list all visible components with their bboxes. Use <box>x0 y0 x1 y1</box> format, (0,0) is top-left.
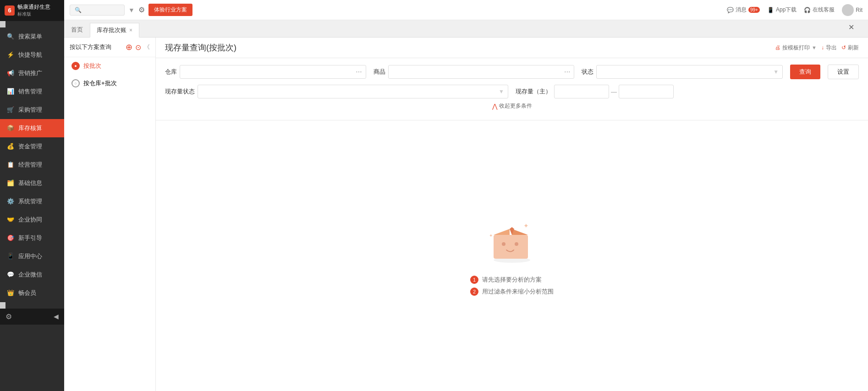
sidebar-item-search[interactable]: 🔍 搜索菜单 <box>0 27 64 46</box>
query-button[interactable]: 查询 <box>790 65 820 79</box>
plan-icon-warehouse-batch: ○ <box>71 79 80 87</box>
sidebar-item-collab[interactable]: 🤝 企业协同 <box>0 211 64 229</box>
refresh-button[interactable]: ↺ 刷新 <box>841 44 859 52</box>
sidebar-item-quicknav[interactable]: ⚡ 快捷导航 <box>0 46 64 64</box>
status-dropdown-icon: ▼ <box>773 69 779 75</box>
avatar <box>842 4 854 16</box>
sidebar-item-member[interactable]: 👑 畅会员 <box>0 284 64 302</box>
tab-home-label: 首页 <box>71 26 83 34</box>
tab-home[interactable]: 首页 <box>64 22 90 37</box>
sidebar-item-label: 经营管理 <box>18 161 42 169</box>
sidebar-item-wechat[interactable]: 💬 企业微信 <box>0 266 64 284</box>
sidebar-item-finance[interactable]: 💰 资金管理 <box>0 137 64 156</box>
topbar-dropdown-icon[interactable]: ▼ <box>128 6 135 14</box>
message-icon: 💬 <box>727 7 734 13</box>
page-header: 现存量查询(按批次) 🖨 按模板打印 ▼ ↓ 导出 ↺ 刷新 <box>156 38 868 58</box>
export-button[interactable]: ↓ 导出 <box>821 44 837 52</box>
plan-item-batch[interactable]: ● 按批次 <box>64 57 155 75</box>
tip-text-1: 请先选择要分析的方案 <box>482 274 542 286</box>
quantity-filter-group: 现存量（主） — <box>516 85 859 98</box>
settings-icon[interactable]: ⚙ <box>5 312 12 321</box>
svg-point-2 <box>502 242 505 246</box>
add-plan-button[interactable]: ⊕ <box>126 42 132 52</box>
collapse-panel-icon[interactable]: 《 <box>144 43 150 51</box>
app-logo: 6 <box>5 5 15 16</box>
sidebar-item-basic[interactable]: 🗂️ 基础信息 <box>0 174 64 192</box>
collapse-label: 收起更多条件 <box>499 102 532 110</box>
sidebar-item-label: 应用中心 <box>18 252 42 261</box>
svg-text:✦: ✦ <box>489 233 493 238</box>
plan-settings-icon[interactable]: ⊙ <box>135 43 141 52</box>
sidebar-item-label: 资金管理 <box>18 142 42 151</box>
svg-text:✦: ✦ <box>523 222 529 229</box>
sidebar-scroll-up[interactable]: ▲ <box>0 21 5 27</box>
tab-close-icon[interactable]: × <box>129 27 132 33</box>
status-select[interactable]: ▼ <box>596 65 783 79</box>
search-input[interactable] <box>83 7 120 13</box>
sidebar-item-label: 采购管理 <box>18 106 42 114</box>
inventory-status-select[interactable]: ▼ <box>198 85 508 98</box>
collapse-arrow-icon: ⋀ <box>492 103 497 110</box>
quantity-range: — <box>554 85 859 98</box>
finance-icon: 💰 <box>6 142 15 151</box>
global-close-icon[interactable]: ✕ <box>848 23 854 32</box>
tab-inventory-batch[interactable]: 库存批次账 × <box>90 23 139 38</box>
online-service-button[interactable]: 🎧 在线客服 <box>804 6 835 14</box>
sidebar: 6 畅康通好生意 标准版 ▲ 🔍 搜索菜单 ⚡ 快捷导航 📢 营销推广 📊 销售… <box>0 0 64 391</box>
quantity-label: 现存量（主） <box>516 87 551 96</box>
user-menu[interactable]: Rit <box>842 4 863 16</box>
sidebar-item-purchase[interactable]: 🛒 采购管理 <box>0 101 64 119</box>
topbar-search-box[interactable]: 🔍 <box>70 5 125 16</box>
content-area: 按以下方案查询 ⊕ ⊙ 《 ● 按批次 ○ 按仓库+批次 现存量查询(按批次) <box>64 38 868 391</box>
settings-button[interactable]: 设置 <box>828 65 859 79</box>
print-dropdown-icon[interactable]: ▼ <box>812 45 817 50</box>
warehouse-more-icon[interactable]: ··· <box>356 68 362 76</box>
sidebar-item-inventory[interactable]: 📦 库存核算 <box>0 119 64 137</box>
collapse-sidebar-icon[interactable]: ◀ <box>54 313 59 320</box>
inventory-status-filter-group: 现存量状态 ▼ <box>165 85 508 98</box>
settings-topbar-icon[interactable]: ⚙ <box>138 5 145 14</box>
sidebar-scroll-down[interactable]: ▼ <box>0 302 5 309</box>
left-panel: 按以下方案查询 ⊕ ⊙ 《 ● 按批次 ○ 按仓库+批次 <box>64 38 156 391</box>
messages-label: 消息 <box>736 6 747 14</box>
sidebar-item-label: 基础信息 <box>18 179 42 187</box>
product-filter-group: 商品 ··· <box>374 65 575 79</box>
sales-icon: 📊 <box>6 87 15 96</box>
tabbar: 首页 库存批次账 × ✕ <box>64 20 868 38</box>
sidebar-item-operation[interactable]: 📋 经营管理 <box>0 156 64 174</box>
sidebar-item-guide[interactable]: 🎯 新手引导 <box>0 229 64 247</box>
sidebar-item-marketing[interactable]: 📢 营销推广 <box>0 64 64 82</box>
messages-button[interactable]: 💬 消息 99+ <box>727 6 760 14</box>
svg-rect-1 <box>494 235 528 259</box>
warehouse-input[interactable]: ··· <box>180 65 366 79</box>
quantity-max-input[interactable] <box>619 85 674 98</box>
tip-num-2: 2 <box>470 288 478 296</box>
empty-state: ✦ ✦ 1 请先选择要分析的方案 2 用过滤条件来缩小分析范围 <box>156 120 868 391</box>
product-input[interactable]: ··· <box>388 65 575 79</box>
print-button[interactable]: 🖨 按模板打印 ▼ <box>775 44 817 52</box>
product-more-icon[interactable]: ··· <box>564 68 570 76</box>
quantity-min-input[interactable] <box>554 85 609 98</box>
app-download-label: App下载 <box>776 6 797 14</box>
app-download-button[interactable]: 📱 App下载 <box>767 6 797 14</box>
sidebar-item-label: 快捷导航 <box>18 51 42 59</box>
plan-icon-batch: ● <box>71 62 80 70</box>
sidebar-item-label: 库存核算 <box>18 124 42 132</box>
sidebar-item-system[interactable]: ⚙️ 系统管理 <box>0 192 64 211</box>
warehouse-filter-group: 仓库 ··· <box>165 65 366 79</box>
print-icon: 🖨 <box>775 44 780 51</box>
purchase-icon: 🛒 <box>6 106 15 114</box>
sidebar-item-label: 销售管理 <box>18 87 42 96</box>
export-icon: ↓ <box>821 44 824 51</box>
inventory-status-label: 现存量状态 <box>165 87 195 96</box>
plan-item-warehouse-batch[interactable]: ○ 按仓库+批次 <box>64 75 155 92</box>
sidebar-item-sales[interactable]: 📊 销售管理 <box>0 82 64 101</box>
sidebar-item-apps[interactable]: 📱 应用中心 <box>0 247 64 266</box>
experience-button[interactable]: 体验行业方案 <box>148 4 192 16</box>
status-filter-group: 状态 ▼ <box>582 65 783 79</box>
filter-row-2: 现存量状态 ▼ 现存量（主） — <box>165 85 859 98</box>
collapse-more-button[interactable]: ⋀ 收起更多条件 <box>165 98 859 114</box>
sidebar-item-label: 畅会员 <box>18 289 36 297</box>
phone-icon: 📱 <box>767 7 774 13</box>
basic-icon: 🗂️ <box>6 179 15 187</box>
